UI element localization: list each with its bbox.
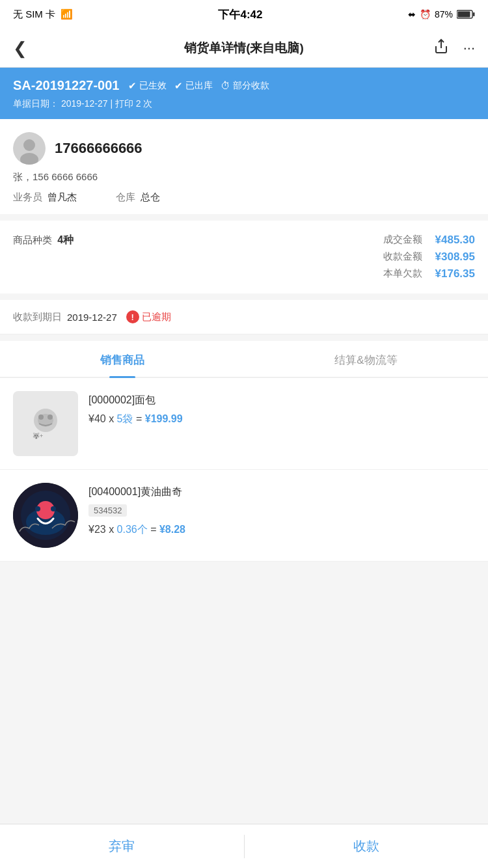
share-button[interactable] bbox=[433, 38, 449, 58]
product-price-cookie: ¥23 x 0.36个 = ¥8.28 bbox=[88, 523, 475, 537]
page-title: 销货单详情(来自电脑) bbox=[184, 40, 304, 57]
customer-section: 17666666666 张，156 6666 6666 业务员 曾凡杰 仓库 总… bbox=[0, 119, 488, 214]
more-button[interactable]: ··· bbox=[463, 40, 475, 57]
sales-person-label: 业务员 bbox=[13, 191, 42, 204]
summary-section: 商品种类 4种 成交金额 ¥485.30 收款金额 ¥308.95 本单欠款 ¥… bbox=[0, 221, 488, 293]
status-badges: ✔ 已生效 ✔ 已出库 ⏱ 部分收款 bbox=[128, 80, 269, 92]
clock-icon: ⏱ bbox=[221, 80, 230, 91]
svg-point-9 bbox=[38, 414, 44, 420]
badge-shipped: ✔ 已出库 bbox=[174, 80, 213, 92]
due-date-value: 2019-12-27 bbox=[67, 312, 117, 323]
product-thumbnail-bread: 🐺+ bbox=[13, 391, 78, 456]
check-icon-active: ✔ bbox=[128, 80, 137, 92]
customer-meta: 业务员 曾凡杰 仓库 总仓 bbox=[13, 191, 475, 204]
customer-detail: 张，156 6666 6666 bbox=[13, 171, 475, 183]
tab-settlement[interactable]: 结算&物流等 bbox=[244, 341, 488, 377]
carrier-label: 无 SIM 卡 bbox=[13, 8, 55, 21]
bottom-actions: 弃审 收款 bbox=[0, 824, 488, 868]
nav-bar: ❮ 销货单详情(来自电脑) ··· bbox=[0, 29, 488, 68]
product-total-cookie: ¥8.28 bbox=[159, 524, 185, 535]
overdue-icon: ! bbox=[126, 310, 139, 323]
svg-point-17 bbox=[51, 506, 56, 511]
svg-rect-2 bbox=[457, 12, 470, 18]
product-item-cookie: [00400001]黄油曲奇 534532 ¥23 x 0.36个 = ¥8.2… bbox=[0, 470, 488, 562]
alarm-icon: ⏰ bbox=[420, 9, 431, 20]
wifi-icon: 📶 bbox=[61, 8, 73, 20]
customer-account: 17666666666 bbox=[55, 140, 142, 157]
sales-person-value: 曾凡杰 bbox=[47, 191, 77, 204]
overdue-text: 已逾期 bbox=[142, 311, 171, 323]
goods-type-label: 商品种类 bbox=[13, 234, 52, 245]
location-icon: ⬌ bbox=[408, 9, 416, 20]
warehouse-value: 总仓 bbox=[141, 191, 160, 204]
transaction-amount: ¥485.30 bbox=[435, 234, 475, 247]
received-label: 收款金额 bbox=[383, 251, 422, 264]
received-amount: ¥308.95 bbox=[435, 251, 475, 264]
svg-rect-1 bbox=[473, 12, 475, 16]
battery-icon bbox=[457, 10, 475, 19]
badge-active: ✔ 已生效 bbox=[128, 80, 167, 92]
product-info-cookie: [00400001]黄油曲奇 534532 ¥23 x 0.36个 = ¥8.2… bbox=[88, 483, 475, 537]
collect-payment-button[interactable]: 收款 bbox=[245, 831, 489, 861]
battery-label: 87% bbox=[435, 9, 453, 20]
cookie-product-image bbox=[13, 483, 78, 548]
summary-left: 商品种类 4种 bbox=[13, 234, 74, 250]
products-section: 🐺+ [0000002]面包 ¥40 x 5袋 = ¥199.99 bbox=[0, 378, 488, 562]
svg-point-10 bbox=[47, 414, 53, 420]
product-qty-bread: 5袋 bbox=[117, 413, 133, 424]
customer-avatar bbox=[13, 132, 46, 165]
product-item-bread: 🐺+ [0000002]面包 ¥40 x 5袋 = ¥199.99 bbox=[0, 378, 488, 470]
overdue-badge: ! 已逾期 bbox=[126, 310, 171, 323]
order-date: 单据日期： 2019-12-27 | 打印 2 次 bbox=[13, 98, 475, 110]
svg-point-16 bbox=[35, 506, 40, 511]
order-number: SA-20191227-001 bbox=[13, 78, 119, 93]
warehouse-label: 仓库 bbox=[116, 191, 135, 204]
due-label: 收款到期日 bbox=[13, 311, 62, 323]
due-section: 收款到期日 2019-12-27 ! 已逾期 bbox=[0, 300, 488, 334]
product-price-bread: ¥40 x 5袋 = ¥199.99 bbox=[88, 413, 475, 426]
summary-right: 成交金额 ¥485.30 收款金额 ¥308.95 本单欠款 ¥176.35 bbox=[383, 234, 475, 280]
product-badge-cookie: 534532 bbox=[88, 504, 127, 517]
product-qty-cookie: 0.36个 bbox=[117, 524, 148, 535]
tab-sales-products[interactable]: 销售商品 bbox=[0, 341, 244, 377]
product-thumbnail-cookie bbox=[13, 483, 78, 548]
svg-text:🐺+: 🐺+ bbox=[33, 432, 43, 440]
bread-placeholder-icon: 🐺+ bbox=[26, 404, 65, 443]
avatar-icon bbox=[13, 132, 46, 165]
order-header: SA-20191227-001 ✔ 已生效 ✔ 已出库 ⏱ 部分收款 单据日期：… bbox=[0, 68, 488, 119]
status-bar-time: 下午4:42 bbox=[218, 7, 262, 22]
product-info-bread: [0000002]面包 ¥40 x 5袋 = ¥199.99 bbox=[88, 391, 475, 426]
status-bar-left: 无 SIM 卡 📶 bbox=[13, 8, 73, 21]
product-name-cookie: [00400001]黄油曲奇 bbox=[88, 485, 475, 499]
debt-amount: ¥176.35 bbox=[435, 267, 475, 280]
transaction-label: 成交金额 bbox=[383, 234, 422, 247]
goods-type-count: 4种 bbox=[57, 234, 74, 245]
product-total-bread: ¥199.99 bbox=[145, 413, 183, 424]
back-button[interactable]: ❮ bbox=[13, 40, 27, 57]
status-bar-right: ⬌ ⏰ 87% bbox=[408, 9, 475, 20]
product-name-bread: [0000002]面包 bbox=[88, 394, 475, 407]
badge-partial: ⏱ 部分收款 bbox=[221, 80, 269, 92]
debt-label: 本单欠款 bbox=[383, 267, 422, 280]
check-icon-shipped: ✔ bbox=[174, 80, 183, 92]
tabs-section: 销售商品 结算&物流等 bbox=[0, 341, 488, 378]
abandon-review-button[interactable]: 弃审 bbox=[0, 831, 244, 861]
status-bar: 无 SIM 卡 📶 下午4:42 ⬌ ⏰ 87% bbox=[0, 0, 488, 29]
nav-actions: ··· bbox=[433, 38, 475, 58]
svg-point-5 bbox=[23, 139, 35, 151]
